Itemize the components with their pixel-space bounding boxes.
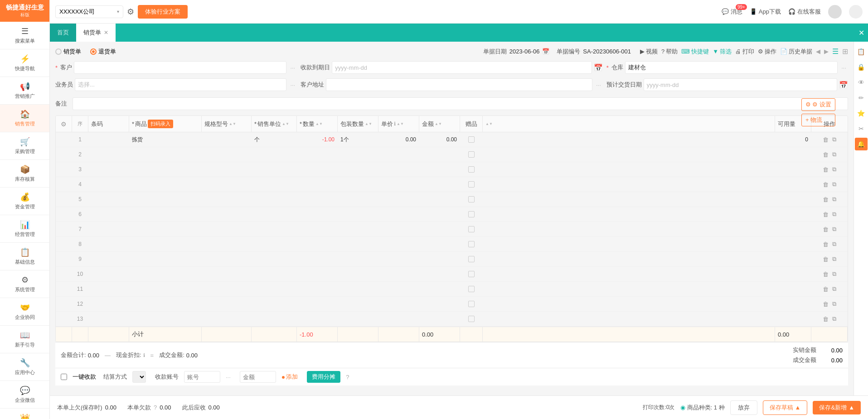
delete-row-icon-1[interactable]: 🗑: [823, 136, 829, 143]
gift-checkbox-4[interactable]: [468, 181, 475, 188]
rp-eye-icon[interactable]: 👁: [855, 76, 868, 89]
td-pkg-10[interactable]: [338, 267, 378, 281]
td-qty-7[interactable]: [297, 222, 338, 236]
payment-help-icon[interactable]: ?: [346, 374, 349, 380]
calc-method-select[interactable]: [132, 371, 146, 383]
td-price-6[interactable]: [378, 207, 419, 222]
company-selector[interactable]: XXXXXX公司 ▾: [55, 5, 123, 18]
receive-date-calendar-icon[interactable]: 📅: [594, 63, 603, 72]
copy-row-icon-12[interactable]: ⧉: [832, 300, 836, 308]
fee-split-btn[interactable]: 费用分摊: [307, 371, 340, 383]
td-amount-1[interactable]: 0.00: [419, 132, 460, 147]
copy-row-icon-4[interactable]: ⧉: [832, 181, 836, 188]
td-remark-4[interactable]: [483, 177, 775, 192]
td-pkg-9[interactable]: [338, 252, 378, 266]
td-price-2[interactable]: [378, 147, 419, 162]
td-qty-4[interactable]: [297, 177, 338, 192]
td-product-2[interactable]: [129, 147, 202, 162]
td-amount-8[interactable]: [419, 237, 460, 251]
tab-close-icon[interactable]: ✕: [104, 29, 108, 36]
td-product-12[interactable]: [129, 297, 202, 311]
td-gift-11[interactable]: [460, 282, 483, 296]
scan-button[interactable]: 扫码录入: [148, 120, 173, 128]
td-qty-8[interactable]: [297, 237, 338, 251]
delete-row-icon-10[interactable]: 🗑: [823, 271, 829, 278]
copy-row-icon-3[interactable]: ⧉: [832, 166, 836, 173]
td-qty-2[interactable]: [297, 147, 338, 162]
td-pkg-6[interactable]: [338, 207, 378, 222]
td-spec-5[interactable]: [202, 192, 252, 207]
td-qty-13[interactable]: [297, 312, 338, 326]
td-amount-11[interactable]: [419, 282, 460, 296]
messages-btn[interactable]: 💬 消息 99+: [722, 8, 742, 16]
td-product-10[interactable]: [129, 267, 202, 281]
sidebar-item-vip[interactable]: 👑 畅会员: [0, 409, 49, 419]
td-spec-6[interactable]: [202, 207, 252, 222]
view-grid-icon[interactable]: ⊞: [842, 47, 848, 56]
rp-bell-icon[interactable]: 🔔: [855, 138, 868, 150]
sidebar-item-sales[interactable]: 🏠 销售管理: [0, 105, 49, 132]
td-spec-13[interactable]: [202, 312, 252, 326]
copy-row-icon-1[interactable]: ⧉: [832, 136, 836, 143]
copy-row-icon-6[interactable]: ⧉: [832, 211, 836, 218]
gift-checkbox-7[interactable]: [468, 226, 475, 232]
one-click-payment-checkbox[interactable]: [61, 374, 67, 380]
total-owed-help[interactable]: ?: [154, 404, 157, 411]
td-amount-12[interactable]: [419, 297, 460, 311]
sidebar-item-inventory[interactable]: 📦 库存核算: [0, 160, 49, 188]
td-product-6[interactable]: [129, 207, 202, 222]
td-product-3[interactable]: [129, 162, 202, 177]
action-btn[interactable]: ⚙ 操作: [758, 48, 776, 56]
gift-checkbox-3[interactable]: [468, 166, 475, 173]
td-unit-13[interactable]: [252, 312, 297, 326]
delete-row-icon-9[interactable]: 🗑: [823, 256, 829, 263]
abandon-button[interactable]: 放弃: [730, 400, 757, 415]
tabbar-close-icon[interactable]: ✕: [858, 29, 864, 37]
rp-edit-icon[interactable]: ✏: [855, 92, 868, 104]
td-barcode-5[interactable]: [88, 192, 129, 207]
td-amount-4[interactable]: [419, 177, 460, 192]
td-qty-6[interactable]: [297, 207, 338, 222]
sidebar-item-finance[interactable]: 💰 资金管理: [0, 188, 49, 215]
td-pkg-7[interactable]: [338, 222, 378, 236]
delete-row-icon-11[interactable]: 🗑: [823, 286, 829, 293]
td-product-7[interactable]: [129, 222, 202, 236]
copy-row-icon-2[interactable]: ⧉: [832, 151, 836, 158]
td-qty-1[interactable]: -1.00: [297, 132, 338, 147]
td-price-13[interactable]: [378, 312, 419, 326]
delete-row-icon-7[interactable]: 🗑: [823, 226, 829, 233]
td-price-3[interactable]: [378, 162, 419, 177]
td-spec-10[interactable]: [202, 267, 252, 281]
td-unit-8[interactable]: [252, 237, 297, 251]
rp-scissors-icon[interactable]: ✂: [855, 122, 868, 135]
gift-checkbox-8[interactable]: [468, 241, 475, 247]
td-spec-9[interactable]: [202, 252, 252, 266]
td-pkg-1[interactable]: 1个: [338, 132, 378, 147]
td-product-11[interactable]: [129, 282, 202, 296]
sidebar-item-basics[interactable]: 📋 基础信息: [0, 243, 49, 270]
td-remark-13[interactable]: [483, 312, 775, 326]
delete-row-icon-13[interactable]: 🗑: [823, 316, 829, 323]
video-btn[interactable]: ▶ 视频: [640, 48, 658, 56]
filter-btn[interactable]: ▼ 筛选: [713, 48, 732, 56]
td-spec-12[interactable]: [202, 297, 252, 311]
rp-lock-icon[interactable]: 🔒: [855, 61, 868, 73]
td-price-10[interactable]: [378, 267, 419, 281]
td-unit-9[interactable]: [252, 252, 297, 266]
copy-row-icon-13[interactable]: ⧉: [832, 315, 836, 323]
sales-order-radio[interactable]: 销货单: [55, 48, 81, 56]
delete-row-icon-4[interactable]: 🗑: [823, 181, 829, 188]
tab-home[interactable]: 首页: [50, 24, 76, 42]
delivery-date-calendar-icon[interactable]: 📅: [839, 81, 848, 89]
customer-input[interactable]: [74, 61, 286, 74]
settings-side-btn[interactable]: ⚙ ⚙ 设置: [801, 98, 835, 111]
td-unit-10[interactable]: [252, 267, 297, 281]
gift-checkbox-13[interactable]: [468, 316, 475, 322]
td-product-13[interactable]: [129, 312, 202, 326]
td-gift-6[interactable]: [460, 207, 483, 222]
td-amount-3[interactable]: [419, 162, 460, 177]
td-barcode-9[interactable]: [88, 252, 129, 266]
td-remark-3[interactable]: [483, 162, 775, 177]
td-product-9[interactable]: [129, 252, 202, 266]
td-price-7[interactable]: [378, 222, 419, 236]
